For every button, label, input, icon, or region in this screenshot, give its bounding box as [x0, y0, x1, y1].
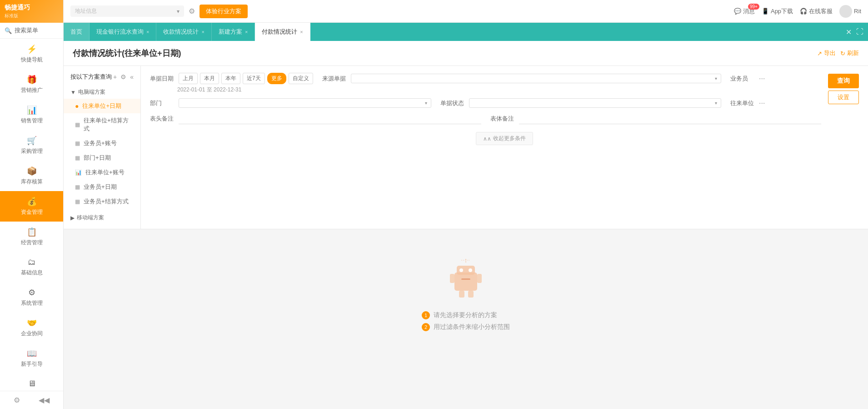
scheme-pc-group-title[interactable]: ▼ 电脑端方案: [64, 86, 140, 99]
marketing-icon: 🎁: [27, 75, 37, 85]
sidebar-item-quick-nav[interactable]: ⚡ 快捷导航: [0, 39, 63, 69]
date-btn-more[interactable]: 更多: [267, 73, 286, 84]
sidebar-item-marketing[interactable]: 🎁 营销推广: [0, 69, 63, 100]
body-note-input[interactable]: [519, 113, 822, 124]
filter-date-item: 单据日期 上月 本月 本年 近7天 更多 自定义: [150, 73, 313, 84]
scheme-item-label: 部门+日期: [84, 154, 111, 162]
scheme-pc-group-label: 电脑端方案: [78, 88, 105, 96]
date-btn-last-month[interactable]: 上月: [179, 73, 198, 84]
tab-cash-flow[interactable]: 现金银行流水查询 ×: [90, 23, 156, 41]
tab-new-scheme[interactable]: 新建方案 ×: [212, 23, 255, 41]
scheme-pc-group: ▼ 电脑端方案 ● 往来单位+日期 ▦ 往来单位+结算方式 ▦ 业务员+账号: [64, 86, 140, 209]
tab-receipt-stats-close[interactable]: ×: [201, 29, 204, 35]
dept-select[interactable]: ▾: [179, 98, 431, 108]
scheme-mobile-group[interactable]: ▶ 移动端方案: [64, 211, 140, 224]
scheme-item-salesman-settlement[interactable]: ▦ 业务员+结算方式: [64, 194, 140, 209]
refresh-label: 刷新: [847, 49, 859, 57]
doc-status-select[interactable]: ▾: [469, 98, 722, 108]
sidebar-item-basics[interactable]: 🗂 基础信息: [0, 252, 63, 282]
sidebar-item-sales[interactable]: 📊 销售管理: [0, 100, 63, 130]
sidebar-item-inventory[interactable]: 📦 库存核算: [0, 161, 63, 191]
sidebar-item-label: 采购管理: [21, 147, 43, 155]
tab-bar: 首页 现金银行流水查询 × 收款情况统计 × 新建方案 × 付款情况统计 × ✕…: [64, 23, 868, 41]
scheme-header-actions: + ⚙ «: [113, 73, 134, 81]
scheme-mobile-group-label: 移动端方案: [77, 214, 104, 222]
tab-payment-stats-close[interactable]: ×: [300, 29, 303, 35]
footer-settings-icon[interactable]: ⚙: [14, 396, 20, 404]
sidebar-item-label: 经营管理: [21, 239, 43, 247]
sidebar-item-purchase[interactable]: 🛒 采购管理: [0, 130, 63, 161]
settings-button[interactable]: 设置: [828, 91, 859, 104]
sidebar-item-label: 快捷导航: [21, 56, 43, 64]
app-download-item[interactable]: 📱 App下载: [762, 7, 793, 15]
sidebar-item-guide[interactable]: 📖 新手引导: [0, 343, 63, 374]
filter-row-2: 部门 ▾ 单据状态 ▾: [150, 98, 821, 108]
scheme-item-icon-6: ▦: [75, 198, 80, 205]
tab-payment-stats-label: 付款情况统计: [262, 28, 297, 36]
date-btn-this-year[interactable]: 本年: [221, 73, 240, 84]
tab-receipt-stats[interactable]: 收款情况统计 ×: [156, 23, 211, 41]
filter-salesman-item: 业务员 ···: [730, 75, 821, 83]
partner-dots[interactable]: ···: [759, 99, 765, 107]
tab-cash-flow-close[interactable]: ×: [146, 29, 149, 35]
user-profile[interactable]: Rit: [839, 5, 861, 18]
scheme-item-partner-settlement[interactable]: ▦ 往来单位+结算方式: [64, 113, 140, 136]
hardware-icon: 🖥: [28, 379, 36, 389]
export-button[interactable]: ↗ 导出: [817, 49, 836, 57]
empty-tip-1: 1 请先选择要分析的方案: [422, 311, 510, 319]
sidebar-item-operations[interactable]: 📋 经营管理: [0, 222, 63, 252]
address-dropdown-icon[interactable]: ▾: [177, 8, 180, 15]
empty-tip-2: 2 用过滤条件来缩小分析范围: [422, 323, 510, 331]
quick-nav-icon: ⚡: [27, 44, 37, 54]
sidebar-item-cooperation[interactable]: 🤝 企业协同: [0, 313, 63, 343]
topbar-gear-icon[interactable]: ⚙: [189, 7, 195, 15]
filter-row-1: 单据日期 上月 本月 本年 近7天 更多 自定义: [150, 73, 821, 84]
tab-new-scheme-close[interactable]: ×: [245, 29, 248, 35]
date-btn-this-month[interactable]: 本月: [200, 73, 219, 84]
operations-icon: 📋: [27, 227, 37, 237]
system-icon: ⚙: [28, 288, 35, 298]
svg-rect-6: [477, 274, 482, 283]
salesman-dots[interactable]: ···: [759, 75, 765, 83]
trial-button[interactable]: 体验行业方案: [200, 5, 248, 18]
refresh-button[interactable]: ↻ 刷新: [840, 49, 859, 57]
message-item[interactable]: 💬 消息 99+: [734, 7, 755, 15]
scheme-item-partner-date[interactable]: ● 往来单位+日期: [64, 99, 140, 113]
tab-bar-actions: ✕ ⛶: [841, 23, 868, 41]
tab-expand-icon[interactable]: ⛶: [856, 28, 863, 36]
source-select[interactable]: ▾: [351, 74, 721, 83]
date-btn-last-7-days[interactable]: 近7天: [243, 73, 265, 84]
scheme-settings-icon[interactable]: ⚙: [120, 73, 126, 81]
tab-home[interactable]: 首页: [64, 23, 90, 41]
sidebar-item-system[interactable]: ⚙ 系统管理: [0, 282, 63, 313]
scheme-item-dept-date[interactable]: ▦ 部门+日期: [64, 151, 140, 165]
scheme-collapse-icon[interactable]: «: [130, 73, 134, 81]
sidebar-search[interactable]: 🔍 搜索菜单: [0, 23, 63, 39]
sidebar-item-hardware[interactable]: 🖥 智能硬件: [0, 374, 63, 391]
sidebar-footer: ⚙ ◀◀: [0, 391, 63, 409]
header-note-input[interactable]: [179, 113, 481, 124]
date-range-display: 2022-01-01 至 2022-12-31: [150, 86, 821, 94]
address-bar: 地址信息 ▾: [70, 5, 184, 17]
scheme-panel: 按以下方案查询 + ⚙ « ▼ 电脑端方案 ● 往来单位+日期: [64, 66, 141, 229]
scheme-item-salesman-date[interactable]: ▦ 业务员+日期: [64, 180, 140, 194]
sidebar-item-label: 基础信息: [21, 269, 43, 277]
scheme-add-icon[interactable]: +: [113, 73, 117, 81]
sidebar-item-finance[interactable]: 💰 资金管理: [0, 191, 63, 222]
service-icon: 🎧: [800, 8, 807, 15]
tab-close-all-icon[interactable]: ✕: [846, 28, 852, 36]
collapse-more-btn[interactable]: ∧∧ 收起更多条件: [476, 132, 533, 145]
online-service-item[interactable]: 🎧 在线客服: [800, 7, 833, 15]
query-button[interactable]: 查询: [828, 74, 859, 88]
finance-icon: 💰: [27, 197, 37, 207]
scheme-item-salesman-account[interactable]: ▦ 业务员+账号: [64, 136, 140, 151]
date-btn-custom[interactable]: 自定义: [289, 73, 313, 84]
page-actions: ↗ 导出 ↻ 刷新: [817, 49, 859, 57]
tip-num-1: 1: [422, 311, 430, 319]
scheme-item-label: 业务员+日期: [84, 183, 117, 191]
avatar: [839, 5, 852, 18]
partner-label: 往来单位: [730, 99, 755, 107]
footer-collapse-icon[interactable]: ◀◀: [39, 396, 50, 404]
scheme-item-partner-account[interactable]: 📊 往来单位+账号: [64, 165, 140, 180]
tab-payment-stats[interactable]: 付款情况统计 ×: [255, 23, 310, 41]
